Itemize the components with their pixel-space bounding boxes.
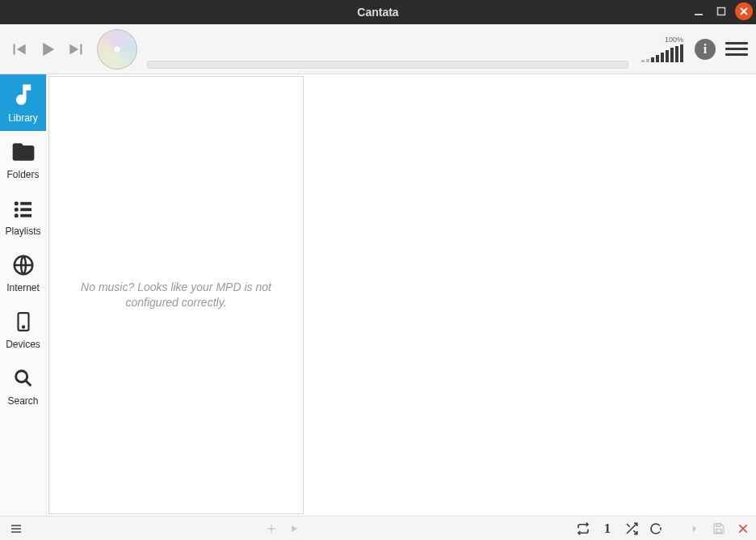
- single-mode-button[interactable]: 1: [599, 521, 615, 537]
- sidebar-item-search[interactable]: Search: [0, 357, 46, 414]
- album-art-placeholder-icon: [97, 29, 137, 70]
- sidebar-item-label: Folders: [6, 169, 39, 180]
- svg-rect-0: [695, 14, 703, 15]
- library-empty-message: No music? Looks like your MPD is not con…: [69, 280, 284, 310]
- close-button[interactable]: [735, 2, 753, 20]
- sidebar-item-playlists[interactable]: Playlists: [0, 188, 46, 244]
- view-mode-button[interactable]: [8, 521, 24, 537]
- globe-icon: [11, 251, 36, 279]
- sidebar-item-library[interactable]: Library: [0, 74, 46, 131]
- svg-rect-5: [20, 208, 32, 211]
- content-area: No music? Looks like your MPD is not con…: [47, 74, 756, 516]
- search-icon: [12, 365, 35, 392]
- repeat-button[interactable]: [575, 521, 591, 537]
- window-titlebar: Cantata: [0, 0, 756, 24]
- volume-indicator[interactable]: 100%: [641, 36, 683, 62]
- shuffle-button[interactable]: [624, 521, 640, 537]
- sidebar: Library Folders Playlists Internet Devic…: [0, 74, 47, 516]
- svg-point-4: [14, 208, 18, 212]
- svg-rect-7: [20, 214, 32, 217]
- svg-point-6: [14, 213, 18, 217]
- playqueue-panel: [307, 74, 756, 516]
- sidebar-item-label: Internet: [6, 282, 40, 293]
- playback-toolbar: 100% i: [0, 24, 756, 74]
- sidebar-item-label: Devices: [6, 339, 40, 350]
- sidebar-item-internet[interactable]: Internet: [0, 244, 46, 301]
- volume-bars-icon: [641, 44, 683, 62]
- svg-rect-13: [11, 528, 21, 529]
- sidebar-item-label: Library: [8, 112, 38, 124]
- sidebar-item-folders[interactable]: Folders: [0, 131, 46, 188]
- svg-rect-14: [11, 531, 21, 533]
- play-button[interactable]: [36, 37, 60, 61]
- seek-slider[interactable]: [147, 61, 628, 69]
- main-area: Library Folders Playlists Internet Devic…: [0, 74, 756, 516]
- previous-track-button[interactable]: [6, 37, 31, 61]
- sidebar-item-devices[interactable]: Devices: [0, 301, 46, 357]
- info-button[interactable]: i: [695, 39, 716, 60]
- add-to-queue-button[interactable]: [263, 521, 279, 537]
- svg-point-11: [15, 371, 27, 382]
- center-current-button[interactable]: [687, 521, 703, 537]
- svg-rect-3: [20, 202, 32, 205]
- svg-point-10: [22, 326, 23, 327]
- window-title: Cantata: [0, 6, 756, 19]
- bottom-toolbar: 1: [0, 516, 756, 540]
- save-queue-button[interactable]: [711, 521, 727, 537]
- svg-rect-1: [718, 8, 725, 15]
- hamburger-menu-button[interactable]: [725, 38, 748, 61]
- next-track-button[interactable]: [65, 37, 89, 61]
- progress-area: [142, 24, 628, 74]
- list-icon: [11, 195, 36, 222]
- play-selection-button[interactable]: [286, 521, 302, 537]
- device-icon: [13, 308, 34, 335]
- folder-icon: [10, 138, 36, 166]
- svg-rect-17: [716, 524, 720, 526]
- window-controls: [690, 2, 753, 20]
- volume-percent-label: 100%: [665, 36, 683, 44]
- library-panel: No music? Looks like your MPD is not con…: [48, 76, 304, 514]
- music-note-icon: [10, 82, 37, 109]
- svg-rect-12: [11, 525, 21, 526]
- svg-rect-16: [716, 529, 722, 532]
- sidebar-item-label: Search: [7, 395, 38, 407]
- maximize-button[interactable]: [712, 2, 730, 20]
- minimize-button[interactable]: [690, 2, 708, 20]
- consume-mode-button[interactable]: [648, 521, 664, 537]
- svg-point-2: [14, 201, 18, 205]
- sidebar-item-label: Playlists: [5, 226, 40, 237]
- clear-queue-button[interactable]: [735, 521, 751, 537]
